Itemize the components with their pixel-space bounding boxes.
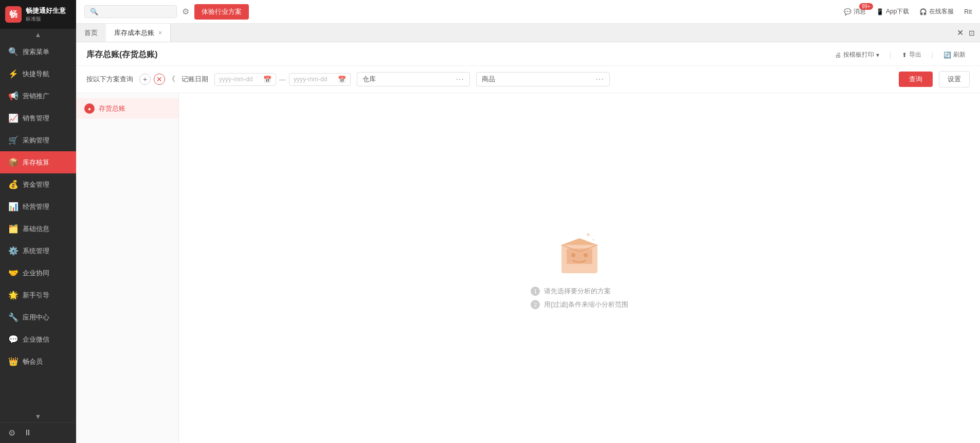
search-icon: 🔍 — [8, 47, 17, 57]
sidebar-item-quicknav[interactable]: ⚡ 快捷导航 — [0, 63, 76, 85]
industry-button[interactable]: 体验行业方案 — [194, 4, 249, 20]
hint-num-2: 2 — [531, 300, 540, 309]
sidebar-item-appcenter[interactable]: 🔧 应用中心 — [0, 306, 76, 328]
tab-home-label: 首页 — [84, 28, 98, 38]
warehouse-select[interactable]: 仓库 ··· — [357, 72, 470, 86]
message-badge: 99+ — [859, 3, 873, 10]
sidebar-item-member[interactable]: 👑 畅会员 — [0, 350, 76, 373]
lightning-icon: ⚡ — [8, 69, 17, 79]
sidebar-item-newbie[interactable]: 🌟 新手引导 — [0, 284, 76, 306]
hint-item-1: 1 请先选择要分析的方案 — [531, 287, 628, 296]
export-button[interactable]: ⬆ 导出 — [898, 48, 925, 61]
online-service-button[interactable]: 🎧 在线客服 — [919, 7, 954, 16]
panel-close-button[interactable]: ✕ — [957, 28, 964, 38]
date-to-placeholder: yyyy-mm-dd — [294, 76, 327, 83]
export-icon: ⬆ — [902, 51, 907, 59]
query-button[interactable]: 查询 — [899, 72, 933, 87]
chevron-down-icon: ▾ — [876, 51, 879, 59]
page-title: 库存总账(存货总账) — [86, 49, 158, 60]
product-label: 商品 — [482, 75, 495, 84]
search-icon: 🔍 — [90, 8, 98, 15]
inventory-icon: 📦 — [8, 157, 17, 167]
date-range: yyyy-mm-dd 📅 — yyyy-mm-dd 📅 — [214, 73, 351, 86]
scheme-panel: ● 存货总账 — [76, 93, 179, 443]
close-area: ✕ ⊡ — [952, 25, 980, 41]
message-icon: 💬 — [844, 8, 851, 15]
times-icon: ✕ — [156, 75, 162, 83]
sidebar-item-search[interactable]: 🔍 搜索菜单 — [0, 41, 76, 63]
user-menu[interactable]: Rit — [964, 8, 972, 15]
action-divider: | — [890, 51, 891, 59]
settings-button[interactable]: 设置 — [939, 71, 970, 87]
marketing-icon: 📢 — [8, 91, 17, 101]
sidebar-item-purchase[interactable]: 🛒 采购管理 — [0, 129, 76, 151]
tab-inventory-ledger[interactable]: 库存成本总账 × — [106, 24, 171, 42]
message-button[interactable]: 💬 消息 99+ — [844, 7, 866, 16]
system-icon: ⚙️ — [8, 246, 17, 256]
finance-icon: 💰 — [8, 180, 17, 189]
panel-resize-button[interactable]: ⊡ — [969, 29, 975, 37]
topbar: 🔍 ⚙ 体验行业方案 💬 消息 99+ 📱 App下载 🎧 在线客服 Rit — [76, 0, 980, 24]
sidebar-item-system[interactable]: ⚙️ 系统管理 — [0, 240, 76, 262]
sidebar-item-label: 快捷导航 — [23, 69, 49, 79]
sidebar-item-basic[interactable]: 🗂️ 基础信息 — [0, 218, 76, 240]
print-template-button[interactable]: 🖨 按模板打印 ▾ — [831, 48, 883, 61]
filter-add-button[interactable]: + — [139, 74, 151, 85]
warehouse-more-icon[interactable]: ··· — [456, 75, 464, 84]
print-icon: 🖨 — [835, 51, 841, 59]
newbie-icon: 🌟 — [8, 290, 17, 300]
empty-box-illustration — [551, 227, 608, 278]
sidebar-item-finance[interactable]: 💰 资金管理 — [0, 173, 76, 196]
app-download-label: App下载 — [886, 7, 909, 16]
sidebar-item-label: 基础信息 — [23, 224, 49, 234]
sidebar-item-operation[interactable]: 📊 经营管理 — [0, 196, 76, 218]
topbar-gear-icon[interactable]: ⚙ — [182, 7, 189, 16]
sidebar-item-marketing[interactable]: 📢 营销推广 — [0, 85, 76, 107]
date-from-placeholder: yyyy-mm-dd — [219, 76, 252, 83]
sidebar-item-wecom[interactable]: 💬 企业微信 — [0, 328, 76, 350]
app-icon: 📱 — [876, 8, 884, 15]
hint-text-2: 用[过滤]条件来缩小分析范围 — [544, 300, 628, 309]
svg-point-6 — [571, 253, 575, 257]
calendar-to-icon[interactable]: 📅 — [338, 76, 346, 83]
action-divider2: | — [932, 51, 933, 59]
scroll-up-arrow[interactable]: ▲ — [0, 29, 76, 41]
refresh-button[interactable]: 🔄 刷新 — [939, 48, 970, 61]
sidebar-item-corp[interactable]: 🤝 企业协同 — [0, 262, 76, 284]
topbar-search-box[interactable]: 🔍 — [84, 5, 177, 18]
product-more-icon[interactable]: ··· — [596, 75, 604, 84]
date-to-input[interactable]: yyyy-mm-dd 📅 — [289, 73, 351, 86]
settings-icon[interactable]: ⚙ — [8, 428, 15, 438]
main-body: ● 存货总账 — [76, 93, 980, 443]
date-from-input[interactable]: yyyy-mm-dd 📅 — [214, 73, 276, 86]
print-label: 按模板打印 — [843, 50, 874, 59]
product-select[interactable]: 商品 ··· — [476, 72, 610, 86]
collapse-icon: 《 — [168, 75, 175, 83]
refresh-label: 刷新 — [953, 50, 966, 59]
basic-icon: 🗂️ — [8, 224, 17, 234]
filter-action-buttons: + ✕ 《 — [139, 74, 175, 85]
filter-collapse-button[interactable]: 《 — [168, 75, 175, 84]
filter-delete-button[interactable]: ✕ — [154, 74, 165, 85]
tab-home[interactable]: 首页 — [76, 24, 106, 42]
calendar-from-icon[interactable]: 📅 — [263, 76, 271, 83]
sidebar-item-label: 系统管理 — [23, 246, 49, 256]
collapse-icon[interactable]: ⏸ — [24, 428, 32, 438]
scroll-down-arrow[interactable]: ▼ — [0, 411, 76, 422]
tab-close-button[interactable]: × — [158, 29, 162, 37]
sidebar-item-inventory[interactable]: 📦 库存核算 — [0, 151, 76, 173]
app-download-button[interactable]: 📱 App下载 — [876, 7, 909, 16]
date-label: 记账日期 — [182, 75, 208, 84]
hint-text-1: 请先选择要分析的方案 — [544, 287, 611, 296]
sidebar-item-label: 畅会员 — [23, 357, 43, 366]
purchase-icon: 🛒 — [8, 135, 17, 145]
sidebar-item-sales[interactable]: 📈 销售管理 — [0, 107, 76, 129]
scheme-item-stock-ledger[interactable]: ● 存货总账 — [76, 98, 178, 119]
empty-state: 1 请先选择要分析的方案 2 用[过滤]条件来缩小分析范围 — [531, 227, 628, 309]
plus-icon: + — [143, 75, 147, 83]
empty-hints: 1 请先选择要分析的方案 2 用[过滤]条件来缩小分析范围 — [531, 287, 628, 309]
warehouse-label: 仓库 — [362, 75, 376, 84]
content-area: 库存总账(存货总账) 🖨 按模板打印 ▾ | ⬆ 导出 | 🔄 刷新 — [76, 42, 980, 443]
sidebar-item-label: 库存核算 — [23, 158, 49, 167]
main-area: 🔍 ⚙ 体验行业方案 💬 消息 99+ 📱 App下载 🎧 在线客服 Rit — [76, 0, 980, 443]
